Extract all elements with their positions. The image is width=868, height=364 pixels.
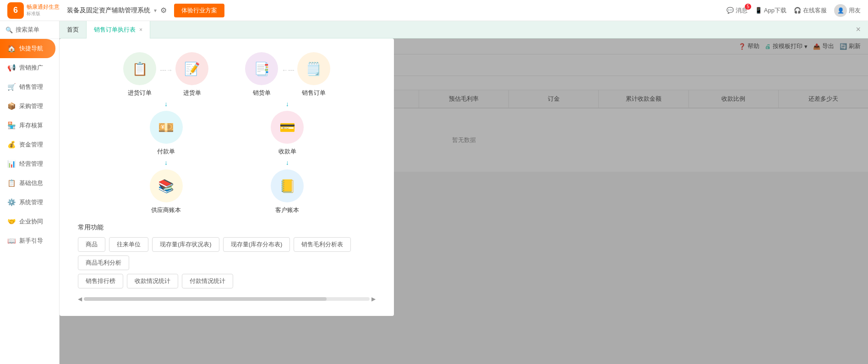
try-industry-button[interactable]: 体验行业方案 xyxy=(174,4,224,17)
scroll-bar-thumb xyxy=(84,297,327,301)
sidebar-item-inventory[interactable]: 🏪 库存核算 xyxy=(0,116,59,135)
supplier-ledger-icon[interactable]: 📚 xyxy=(150,169,183,202)
sidebar-item-system[interactable]: ⚙️ 系统管理 xyxy=(0,193,59,212)
flow-row-2: 💴 付款单 💳 收款单 xyxy=(78,111,376,156)
header-right: 💬 消息 5 📱 App下载 🎧 在线客服 👤 用友 xyxy=(726,4,861,17)
close-all-tabs-icon[interactable]: × xyxy=(856,25,861,34)
system-icon: ⚙️ xyxy=(7,198,16,206)
common-btn-stock-dist[interactable]: 现存量(库存分布表) xyxy=(223,237,290,252)
sales-bill-icon[interactable]: 📑 xyxy=(245,52,278,85)
online-service-button[interactable]: 🎧 在线客服 xyxy=(794,6,827,15)
tab-home[interactable]: 首页 xyxy=(60,21,87,38)
flow-node-customer-ledger[interactable]: 📒 客户账本 xyxy=(271,169,304,214)
sidebar-item-marketing[interactable]: 📢 营销推广 xyxy=(0,58,59,77)
finance-icon: 💰 xyxy=(7,141,16,149)
sidebar-item-basic-info[interactable]: 📋 基础信息 xyxy=(0,174,59,193)
tab-sales-order-exec[interactable]: 销售订单执行表 × xyxy=(87,21,150,38)
flow-node-purchase-bill[interactable]: 📝 进货单 xyxy=(175,52,208,97)
home-icon: 🏠 xyxy=(7,44,16,53)
message-button[interactable]: 💬 消息 5 xyxy=(726,6,748,15)
receipt-bill-icon[interactable]: 💳 xyxy=(271,111,304,144)
flow-node-supplier-ledger[interactable]: 📚 供应商账本 xyxy=(150,169,183,214)
common-btn-partner[interactable]: 往来单位 xyxy=(109,237,148,252)
system-title-area: 装备及固定资产辅助管理系统 ▾ ⚙ 体验行业方案 xyxy=(67,4,726,17)
common-btn-stock-status[interactable]: 现存量(库存状况表) xyxy=(152,237,219,252)
sidebar: 🔍 搜索菜单 🏠 快捷导航 📢 营销推广 🛒 销售管理 📦 采购管理 🏪 xyxy=(0,21,60,364)
sidebar-item-operations[interactable]: 📊 经营管理 xyxy=(0,154,59,174)
flow-node-payment-bill[interactable]: 💴 付款单 xyxy=(150,111,183,156)
flow-row-1: 📋 进货订单 - - - → 📝 xyxy=(78,52,376,97)
common-functions-section: 常用功能 商品 往来单位 现存量(库存状况表) 现存量(库存分布表) 销售毛利分… xyxy=(78,223,376,288)
common-btn-receipt-stats[interactable]: 收款情况统计 xyxy=(127,274,178,288)
avatar: 👤 xyxy=(834,4,847,17)
page-content: ❓ 帮助 🖨 按模板打印 ▾ 📤 导出 🔄 刷新 xyxy=(60,38,868,364)
scroll-hint: ◀ ▶ xyxy=(78,296,376,302)
brand-sub: 标准版 xyxy=(27,11,60,17)
inventory-icon: 🏪 xyxy=(7,121,16,130)
dropdown-arrow-icon[interactable]: ▾ xyxy=(154,7,157,14)
common-buttons-row1: 商品 往来单位 现存量(库存状况表) 现存量(库存分布表) 销售毛利分析表 商品… xyxy=(78,237,376,270)
purchase-order-icon[interactable]: 📋 xyxy=(123,52,156,85)
arrow-down-sales: ↓ xyxy=(271,101,304,107)
common-btn-product-profit[interactable]: 商品毛利分析 xyxy=(78,255,129,270)
common-buttons-row2: 销售排行榜 收款情况统计 付款情况统计 xyxy=(78,274,376,288)
user-menu[interactable]: 👤 用友 xyxy=(834,4,861,17)
search-menu-button[interactable]: 🔍 搜索菜单 xyxy=(0,21,59,39)
flow-row-3: 📚 供应商账本 📒 客户账本 xyxy=(78,169,376,214)
message-icon: 💬 xyxy=(726,7,734,14)
main-layout: 🔍 搜索菜单 🏠 快捷导航 📢 营销推广 🛒 销售管理 📦 采购管理 🏪 xyxy=(0,21,868,364)
sidebar-item-purchase[interactable]: 📦 采购管理 xyxy=(0,97,59,116)
tab-close-icon[interactable]: × xyxy=(139,27,142,33)
purchase-icon: 📦 xyxy=(7,102,16,110)
beginner-icon: 📖 xyxy=(7,237,16,245)
purchase-bill-label: 进货单 xyxy=(183,89,201,97)
search-icon: 🔍 xyxy=(5,27,13,33)
common-btn-sales-ranking[interactable]: 销售排行榜 xyxy=(78,274,123,288)
content-area: 首页 销售订单执行表 × × ❓ 帮助 xyxy=(60,21,868,364)
common-btn-product[interactable]: 商品 xyxy=(78,237,105,252)
arrow-purchase-to-bill: - - - → xyxy=(160,66,172,83)
settings-gear-icon[interactable]: ⚙ xyxy=(160,6,167,15)
arrow-down-receipt: ↓ xyxy=(271,159,304,166)
brand-text: 畅康通好生意 标准版 xyxy=(27,4,60,17)
common-btn-payment-stats[interactable]: 付款情况统计 xyxy=(182,274,233,288)
scroll-right-icon[interactable]: ▶ xyxy=(371,296,376,302)
flow-node-purchase-order[interactable]: 📋 进货订单 xyxy=(123,52,156,97)
supplier-ledger-label: 供应商账本 xyxy=(151,206,181,214)
flow-node-sales-order[interactable]: 🗒️ 销售订单 xyxy=(297,52,330,97)
common-btn-sales-profit[interactable]: 销售毛利分析表 xyxy=(294,237,351,252)
scroll-left-icon[interactable]: ◀ xyxy=(78,296,82,302)
logo-icon: 6 xyxy=(7,2,24,19)
collab-icon: 🤝 xyxy=(7,217,16,226)
phone-icon: 📱 xyxy=(755,7,762,14)
common-functions-title: 常用功能 xyxy=(78,223,376,232)
top-header: 6 畅康通好生意 标准版 装备及固定资产辅助管理系统 ▾ ⚙ 体验行业方案 💬 … xyxy=(0,0,868,21)
customer-ledger-label: 客户账本 xyxy=(275,206,299,214)
tab-bar: 首页 销售订单执行表 × × xyxy=(60,21,868,38)
marketing-icon: 📢 xyxy=(7,64,16,72)
purchase-bill-icon[interactable]: 📝 xyxy=(175,52,208,85)
flow-node-receipt-bill[interactable]: 💳 收款单 xyxy=(271,111,304,156)
modal-overlay: 📋 进货订单 - - - → 📝 xyxy=(60,38,868,364)
down-arrows-row1: ↓ ↓ xyxy=(78,99,376,109)
app-download-button[interactable]: 📱 App下载 xyxy=(755,6,786,15)
customer-ledger-icon[interactable]: 📒 xyxy=(271,169,304,202)
system-name: 装备及固定资产辅助管理系统 xyxy=(67,6,150,15)
receipt-bill-label: 收款单 xyxy=(278,147,296,156)
headset-icon: 🎧 xyxy=(794,7,801,14)
flow-node-sales-bill[interactable]: 📑 销货单 xyxy=(245,52,278,97)
flow-modal: 📋 进货订单 - - - → 📝 xyxy=(60,38,394,316)
sales-bill-label: 销货单 xyxy=(253,89,271,97)
sidebar-item-sales[interactable]: 🛒 销售管理 xyxy=(0,77,59,97)
down-arrows-row2: ↓ ↓ xyxy=(78,158,376,168)
sales-order-icon[interactable]: 🗒️ xyxy=(297,52,330,85)
payment-bill-icon[interactable]: 💴 xyxy=(150,111,183,144)
scroll-bar[interactable] xyxy=(84,297,370,301)
purchase-order-label: 进货订单 xyxy=(128,89,152,97)
message-badge: 5 xyxy=(745,4,751,10)
sidebar-item-collab[interactable]: 🤝 企业协同 xyxy=(0,212,59,231)
sidebar-item-beginner[interactable]: 📖 新手引导 xyxy=(0,231,59,250)
basic-info-icon: 📋 xyxy=(7,179,16,187)
sidebar-item-finance[interactable]: 💰 资金管理 xyxy=(0,135,59,154)
sidebar-item-quick-nav[interactable]: 🏠 快捷导航 xyxy=(0,39,55,58)
